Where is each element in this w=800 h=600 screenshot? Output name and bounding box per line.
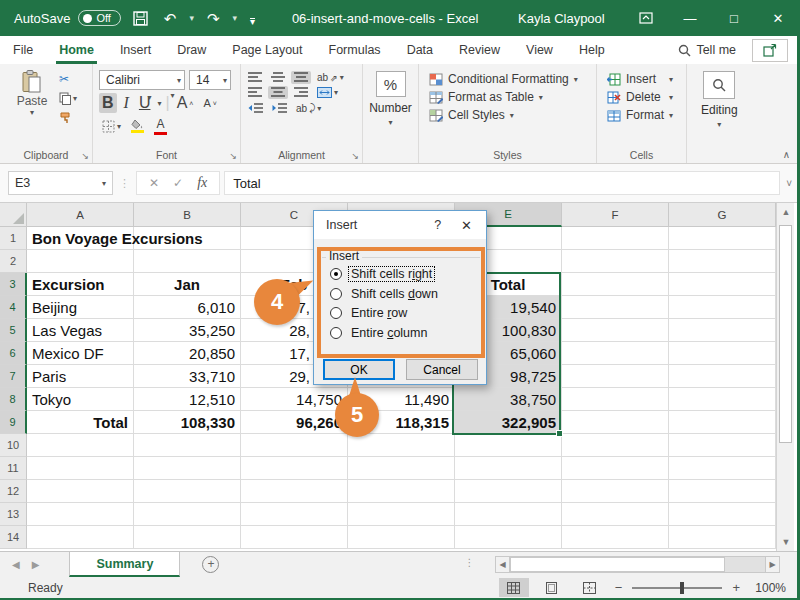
tab-draw[interactable]: Draw <box>164 36 219 64</box>
zoom-out-icon[interactable]: − <box>613 580 625 595</box>
cell-D11[interactable] <box>348 457 455 480</box>
cell-E11[interactable] <box>455 457 562 480</box>
cell-F6[interactable] <box>562 342 669 365</box>
sheet-tab-summary[interactable]: Summary <box>69 552 180 577</box>
cell-B5[interactable]: 35,250 <box>134 319 241 342</box>
cell-B10[interactable] <box>134 434 241 457</box>
tab-data[interactable]: Data <box>394 36 446 64</box>
increase-font-button[interactable]: A˄ <box>174 93 197 113</box>
page-layout-view-icon[interactable] <box>537 578 567 597</box>
sheet-nav-right-icon[interactable]: ▶ <box>32 552 52 577</box>
save-icon[interactable] <box>129 11 152 26</box>
cell-E9[interactable]: 322,905 <box>455 411 562 434</box>
radio-shift-cells-right[interactable]: Shift cells right <box>330 267 440 281</box>
normal-view-icon[interactable] <box>499 578 529 597</box>
name-box[interactable]: E3 ▾ <box>8 171 113 195</box>
increase-indent-icon[interactable] <box>269 102 290 115</box>
radio-entire-row[interactable]: Entire row <box>330 306 440 320</box>
cell-C12[interactable] <box>241 480 348 503</box>
cell-E14[interactable] <box>455 526 562 549</box>
user-name[interactable]: Kayla Claypool <box>518 11 605 26</box>
formula-input[interactable]: Total <box>224 171 780 195</box>
number-format-button[interactable]: % Number ▾ <box>367 68 414 147</box>
cell-B3[interactable]: Jan <box>134 273 241 296</box>
vertical-scrollbar[interactable]: ▲ ▼ <box>776 203 794 551</box>
tab-scrollbar-splitter[interactable]: ⋮ <box>464 557 474 577</box>
cancel-button[interactable]: Cancel <box>406 359 478 380</box>
horizontal-scrollbar[interactable]: ◀ ▶ <box>495 556 780 573</box>
cell-A11[interactable] <box>27 457 134 480</box>
zoom-slider-thumb[interactable] <box>680 582 684 594</box>
align-center-icon[interactable] <box>268 86 288 99</box>
minimize-button[interactable]: — <box>668 11 712 26</box>
cell-styles-button[interactable]: Cell Styles ▾ <box>429 108 578 122</box>
row-header-14[interactable]: 14 <box>0 526 27 549</box>
align-middle-icon[interactable] <box>268 71 288 84</box>
cell-F8[interactable] <box>562 388 669 411</box>
cell-A6[interactable]: Mexico DF <box>27 342 134 365</box>
zoom-slider[interactable] <box>632 587 722 589</box>
cell-G10[interactable] <box>669 434 776 457</box>
cell-D13[interactable] <box>348 503 455 526</box>
copy-button[interactable]: ▾ <box>56 91 80 106</box>
tab-formulas[interactable]: Formulas <box>316 36 394 64</box>
align-top-icon[interactable] <box>245 71 265 84</box>
cell-E12[interactable] <box>455 480 562 503</box>
cell-F4[interactable] <box>562 296 669 319</box>
align-left-icon[interactable] <box>245 86 265 99</box>
cell-B12[interactable] <box>134 480 241 503</box>
cell-A8[interactable]: Tokyo <box>27 388 134 411</box>
cell-A14[interactable] <box>27 526 134 549</box>
tab-help[interactable]: Help <box>566 36 618 64</box>
conditional-formatting-button[interactable]: Conditional Formatting ▾ <box>429 72 578 86</box>
clipboard-dialog-launcher-icon[interactable]: ↘ <box>81 151 89 161</box>
merge-center-button[interactable]: ▾ <box>314 86 341 99</box>
tab-insert[interactable]: Insert <box>107 36 164 64</box>
cell-D12[interactable] <box>348 480 455 503</box>
cell-A7[interactable]: Paris <box>27 365 134 388</box>
cell-B7[interactable]: 33,710 <box>134 365 241 388</box>
row-header-8[interactable]: 8 <box>0 388 27 411</box>
row-header-5[interactable]: 5 <box>0 319 27 342</box>
cell-F13[interactable] <box>562 503 669 526</box>
cell-G6[interactable] <box>669 342 776 365</box>
row-header-7[interactable]: 7 <box>0 365 27 388</box>
cell-A5[interactable]: Las Vegas <box>27 319 134 342</box>
redo-icon[interactable]: ↷ <box>203 11 224 26</box>
fill-color-button[interactable]: ▾ <box>128 118 147 134</box>
vertical-scroll-thumb[interactable] <box>779 225 792 443</box>
formula-bar-splitter[interactable]: ⋮ <box>113 177 136 190</box>
insert-dialog-titlebar[interactable]: Insert ? ✕ <box>314 211 486 239</box>
row-header-3[interactable]: 3 <box>0 273 27 296</box>
cell-B4[interactable]: 6,010 <box>134 296 241 319</box>
row-header-11[interactable]: 11 <box>0 457 27 480</box>
column-header-F[interactable]: F <box>562 203 669 227</box>
font-family-select[interactable]: Calibri▾ <box>99 70 185 90</box>
font-dialog-launcher-icon[interactable]: ↘ <box>229 151 237 161</box>
row-header-13[interactable]: 13 <box>0 503 27 526</box>
cell-A2[interactable] <box>27 250 134 273</box>
cell-A10[interactable] <box>27 434 134 457</box>
align-bottom-icon[interactable] <box>291 71 311 84</box>
cell-G13[interactable] <box>669 503 776 526</box>
delete-cells-button[interactable]: Delete ▾ <box>607 90 673 104</box>
font-size-select[interactable]: 14▾ <box>189 70 231 90</box>
cell-F5[interactable] <box>562 319 669 342</box>
tab-home[interactable]: Home <box>46 36 107 64</box>
cell-C9[interactable]: 96,260 <box>241 411 348 434</box>
cell-F1[interactable] <box>562 227 669 250</box>
cell-B11[interactable] <box>134 457 241 480</box>
customize-quick-access-icon[interactable]: ▾ <box>246 17 259 20</box>
undo-icon[interactable]: ↶ <box>160 11 181 26</box>
cell-E8[interactable]: 38,750 <box>455 388 562 411</box>
cell-B9[interactable]: 108,330 <box>134 411 241 434</box>
cell-F3[interactable] <box>562 273 669 296</box>
tab-view[interactable]: View <box>513 36 566 64</box>
cell-G5[interactable] <box>669 319 776 342</box>
cell-G12[interactable] <box>669 480 776 503</box>
column-header-B[interactable]: B <box>134 203 241 227</box>
format-as-table-button[interactable]: Format as Table ▾ <box>429 90 578 104</box>
cell-B14[interactable] <box>134 526 241 549</box>
close-button[interactable]: ✕ <box>756 11 800 26</box>
dialog-close-icon[interactable]: ✕ <box>455 218 478 233</box>
